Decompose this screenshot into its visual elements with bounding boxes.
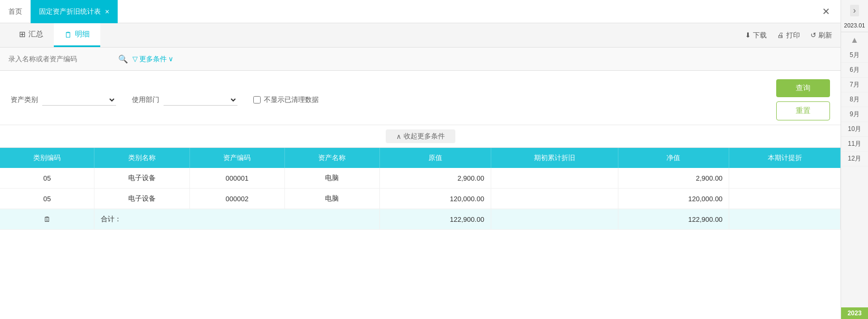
sidebar-expand-button[interactable]: › <box>841 2 868 19</box>
sidebar-date: 2023.01 <box>841 19 868 32</box>
cell-category-name: 电子设备 <box>94 189 189 209</box>
data-table-container: 类别编码 类别名称 资产编码 资产名称 原值 期初累计折旧 净值 本期计提折 0… <box>0 148 841 319</box>
search-icon[interactable]: 🔍 <box>118 54 128 64</box>
total-acc-depreciation <box>491 209 618 230</box>
reset-button[interactable]: 重置 <box>776 101 830 120</box>
detail-icon: 🗒 <box>64 30 72 39</box>
cell-asset-name: 电脑 <box>284 189 379 209</box>
total-row: 🗓 合计： 122,900.00 122,900.00 <box>0 209 841 230</box>
sidebar-month-12[interactable]: 12月 <box>841 152 868 166</box>
download-icon: ⬇ <box>745 31 751 39</box>
sidebar-month-8[interactable]: 8月 <box>841 92 868 107</box>
active-tab-label: 固定资产折旧统计表 <box>39 7 101 16</box>
collapse-label: 收起更多条件 <box>404 132 445 141</box>
col-net-value: 净值 <box>618 148 729 168</box>
total-current-period <box>729 209 841 230</box>
col-acc-depreciation: 期初累计折旧 <box>491 148 618 168</box>
search-input[interactable] <box>8 55 114 63</box>
expand-icon: › <box>850 5 859 16</box>
top-nav: 首页 固定资产折旧统计表 × ✕ <box>0 0 841 23</box>
col-asset-code: 资产编码 <box>189 148 284 168</box>
filter-row-1: 资产类别 使用部门 不显示已清理数据 <box>11 79 830 120</box>
cell-category-code: 05 <box>0 168 94 189</box>
sidebar-month-7[interactable]: 7月 <box>841 78 868 92</box>
advanced-filter-panel: 资产类别 使用部门 不显示已清理数据 <box>0 71 841 125</box>
chevron-down-icon: ∨ <box>168 55 174 63</box>
print-button[interactable]: 🖨 打印 <box>777 31 800 40</box>
tab-detail-label: 明细 <box>75 30 90 39</box>
scroll-up-button[interactable]: ▲ <box>847 32 862 48</box>
more-conditions-button[interactable]: ▽ 更多条件 ∨ <box>132 54 174 64</box>
download-button[interactable]: ⬇ 下载 <box>745 31 767 40</box>
query-button[interactable]: 查询 <box>776 79 830 97</box>
cell-current-period <box>729 189 841 209</box>
cell-acc-depreciation <box>491 189 618 209</box>
total-label: 合计： <box>94 209 379 230</box>
total-original-value: 122,900.00 <box>379 209 491 230</box>
cell-acc-depreciation <box>491 168 618 189</box>
summary-icon: ⊞ <box>19 30 26 39</box>
print-label: 打印 <box>786 31 800 40</box>
cell-current-period <box>729 168 841 189</box>
hide-cleared-filter: 不显示已清理数据 <box>253 95 319 105</box>
active-tab[interactable]: 固定资产折旧统计表 × <box>31 0 118 23</box>
sidebar-month-11[interactable]: 11月 <box>841 137 868 152</box>
total-icon: 🗓 <box>44 215 51 223</box>
table-row: 05 电子设备 000002 电脑 120,000.00 120,000.00 <box>0 189 841 209</box>
asset-category-label: 资产类别 <box>11 95 38 105</box>
department-filter: 使用部门 <box>132 94 237 106</box>
sidebar-month-10[interactable]: 10月 <box>841 122 868 137</box>
filter-icon: ▽ <box>132 55 138 63</box>
refresh-button[interactable]: ↺ 刷新 <box>810 31 832 40</box>
col-category-name: 类别名称 <box>94 148 189 168</box>
cell-category-name: 电子设备 <box>94 168 189 189</box>
sidebar-month-5[interactable]: 5月 <box>841 48 868 63</box>
cell-original-value: 120,000.00 <box>379 189 491 209</box>
tab-summary[interactable]: ⊞ 汇总 <box>8 23 54 47</box>
print-icon: 🖨 <box>777 31 784 39</box>
window-close-button[interactable]: ✕ <box>822 6 830 17</box>
department-label: 使用部门 <box>132 95 159 105</box>
collapse-bar: ∧ 收起更多条件 <box>0 125 841 148</box>
filter-action-buttons: 查询 重置 <box>776 79 830 120</box>
cell-asset-name: 电脑 <box>284 168 379 189</box>
collapse-icon: ∧ <box>396 133 402 140</box>
sidebar-month-9[interactable]: 9月 <box>841 107 868 122</box>
tab-close-button[interactable]: × <box>105 7 109 16</box>
sub-tabs: ⊞ 汇总 🗒 明细 <box>8 23 100 47</box>
hide-cleared-checkbox[interactable] <box>253 96 261 104</box>
col-asset-name: 资产名称 <box>284 148 379 168</box>
collapse-button[interactable]: ∧ 收起更多条件 <box>386 129 455 143</box>
cell-net-value: 2,900.00 <box>618 168 729 189</box>
col-category-code: 类别编码 <box>0 148 94 168</box>
total-icon-cell: 🗓 <box>0 209 94 230</box>
hide-cleared-label: 不显示已清理数据 <box>264 95 319 105</box>
refresh-icon: ↺ <box>810 31 816 39</box>
cell-asset-code: 000002 <box>189 189 284 209</box>
cell-category-code: 05 <box>0 189 94 209</box>
right-sidebar: › 2023.01 ▲ 5月 6月 7月 8月 9月 10月 11月 12月 2… <box>841 0 868 319</box>
download-label: 下载 <box>753 31 767 40</box>
year-badge: 2023 <box>841 307 868 319</box>
tab-summary-label: 汇总 <box>28 30 43 39</box>
asset-category-select[interactable] <box>42 94 116 106</box>
toolbar-actions: ⬇ 下载 🖨 打印 ↺ 刷新 <box>745 31 832 40</box>
cell-net-value: 120,000.00 <box>618 189 729 209</box>
cell-original-value: 2,900.00 <box>379 168 491 189</box>
table-header-row: 类别编码 类别名称 资产编码 资产名称 原值 期初累计折旧 净值 本期计提折 <box>0 148 841 168</box>
cell-asset-code: 000001 <box>189 168 284 189</box>
table-row: 05 电子设备 000001 电脑 2,900.00 2,900.00 <box>0 168 841 189</box>
col-original-value: 原值 <box>379 148 491 168</box>
total-net-value: 122,900.00 <box>618 209 729 230</box>
refresh-label: 刷新 <box>818 31 832 40</box>
department-select[interactable] <box>164 94 237 106</box>
more-conditions-label: 更多条件 <box>139 54 167 64</box>
asset-category-filter: 资产类别 <box>11 94 116 106</box>
data-table: 类别编码 类别名称 资产编码 资产名称 原值 期初累计折旧 净值 本期计提折 0… <box>0 148 841 230</box>
home-tab[interactable]: 首页 <box>8 7 31 16</box>
sidebar-month-6[interactable]: 6月 <box>841 63 868 78</box>
sub-tab-bar: ⊞ 汇总 🗒 明细 ⬇ 下载 🖨 打印 ↺ 刷新 <box>0 23 841 48</box>
filter-bar: 🔍 ▽ 更多条件 ∨ <box>0 48 841 71</box>
tab-detail[interactable]: 🗒 明细 <box>54 23 100 47</box>
col-current-period: 本期计提折 <box>729 148 841 168</box>
